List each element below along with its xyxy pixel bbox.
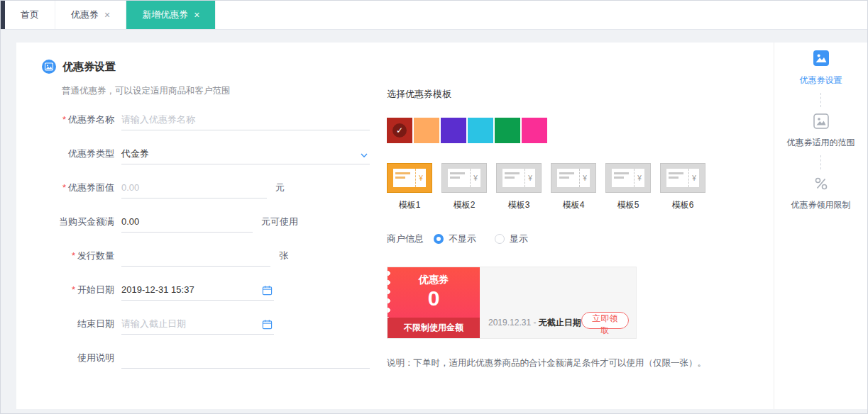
field-coupon-type: 优惠券类型 代金券 xyxy=(42,137,387,171)
coupon-type-select[interactable]: 代金券 xyxy=(121,143,370,164)
chevron-down-icon xyxy=(360,151,368,160)
merchant-show-radio[interactable]: 显示 xyxy=(495,233,528,245)
quantity-input[interactable] xyxy=(121,250,270,261)
min-amount-input[interactable] xyxy=(121,216,253,227)
coupon-preview-info: 2019.12.31 - 无截止日期 立即领取 xyxy=(480,267,636,338)
template-5[interactable]: ¥ 模板5 xyxy=(605,163,651,211)
end-date-input[interactable] xyxy=(121,318,274,329)
image-icon xyxy=(813,50,830,69)
preview-date: 2019.12.31 - 无截止日期 xyxy=(488,317,581,329)
usage-note: 说明：下单时，适用此优惠券商品的合计金额满足条件才可以使用（仅限一张）。 xyxy=(387,357,759,369)
close-icon[interactable]: × xyxy=(104,10,110,20)
template-3[interactable]: ¥ 模板3 xyxy=(496,163,542,211)
end-date-label: 结束日期 xyxy=(42,318,121,330)
color-swatch-green[interactable] xyxy=(495,118,520,143)
face-value-suffix: 元 xyxy=(275,181,285,194)
coupon-image-icon xyxy=(42,60,56,74)
merchant-info-row: 商户信息 不显示 显示 xyxy=(387,233,759,245)
coupon-type-value: 代金券 xyxy=(121,147,370,160)
ticket-icon: ¥ xyxy=(441,163,487,193)
coupon-preview-card: 优惠券 0 不限制使用金额 xyxy=(388,267,480,338)
field-face-value: *优惠券面值 元 xyxy=(42,171,387,205)
calendar-icon[interactable] xyxy=(262,285,273,296)
radio-dot-icon xyxy=(434,234,444,244)
color-swatch-cyan[interactable] xyxy=(468,118,493,143)
step-connector xyxy=(820,155,821,169)
field-instructions: 使用说明 xyxy=(42,341,387,375)
radio-dot-icon xyxy=(495,234,505,244)
step-coupon-scope[interactable]: 优惠券适用的范围 xyxy=(787,113,855,149)
required-marker: * xyxy=(72,284,75,295)
screen: 首页 优惠券 × 新增优惠券 × 优惠券设置 xyxy=(0,0,868,414)
coupon-name-input[interactable] xyxy=(121,114,370,125)
tab-coupons-label: 优惠券 xyxy=(71,9,99,21)
quantity-label: *发行数量 xyxy=(42,250,121,262)
template-section-title: 选择优惠券模板 xyxy=(387,88,759,101)
panel-subtitle: 普通优惠券，可以设定适用商品和客户范围 xyxy=(62,85,387,97)
instructions-label: 使用说明 xyxy=(42,352,121,364)
panel-title: 优惠券设置 xyxy=(62,60,116,74)
steps-rail: 优惠券设置 优惠券适用的范围 优惠券领用限制 xyxy=(774,43,867,409)
color-swatches: ✓ xyxy=(387,118,759,143)
tab-coupons[interactable]: 优惠券 × xyxy=(55,1,126,29)
template-1[interactable]: ¥ 模板1 xyxy=(387,163,432,211)
template-6[interactable]: ¥ 模板6 xyxy=(660,163,705,211)
field-coupon-name: *优惠券名称 xyxy=(42,103,387,137)
workspace: 优惠券设置 普通优惠券，可以设定适用商品和客户范围 *优惠券名称 xyxy=(1,30,867,413)
ticket-icon: ¥ xyxy=(496,163,542,193)
instructions-input[interactable] xyxy=(121,352,370,363)
merchant-hide-radio[interactable]: 不显示 xyxy=(434,233,476,245)
template-2[interactable]: ¥ 模板2 xyxy=(441,163,487,211)
claim-now-button[interactable]: 立即领取 xyxy=(581,312,629,329)
coupon-type-label: 优惠券类型 xyxy=(42,147,121,160)
required-marker: * xyxy=(62,182,66,193)
field-start-date: *开始日期 xyxy=(42,273,387,307)
color-swatch-dark-red[interactable]: ✓ xyxy=(387,118,412,143)
preview-title: 优惠券 xyxy=(419,274,449,286)
face-value-input[interactable] xyxy=(121,182,267,193)
image-outline-icon xyxy=(813,113,829,132)
percent-ticket-icon xyxy=(813,176,829,194)
template-column: 选择优惠券模板 ✓ xyxy=(387,78,774,375)
start-date-label: *开始日期 xyxy=(42,284,121,296)
tabbar: 首页 优惠券 × 新增优惠券 × xyxy=(1,1,867,30)
step-connector xyxy=(820,93,821,107)
tab-new-coupon[interactable]: 新增优惠券 × xyxy=(126,1,216,29)
form-column: 普通优惠券，可以设定适用商品和客户范围 *优惠券名称 优惠券类型 xyxy=(42,78,387,375)
ticket-icon: ¥ xyxy=(387,163,432,193)
color-swatch-orange[interactable] xyxy=(414,118,439,143)
template-4[interactable]: ¥ 模板4 xyxy=(551,163,596,211)
preview-amount: 0 xyxy=(428,286,440,311)
panel-columns: 普通优惠券，可以设定适用商品和客户范围 *优惠券名称 优惠券类型 xyxy=(42,78,774,375)
coupon-settings-panel: 优惠券设置 普通优惠券，可以设定适用商品和客户范围 *优惠券名称 xyxy=(16,43,867,409)
merchant-info-label: 商户信息 xyxy=(387,233,424,245)
step-coupon-limit[interactable]: 优惠券领用限制 xyxy=(791,176,851,211)
required-marker: * xyxy=(72,250,75,261)
tab-home[interactable]: 首页 xyxy=(5,1,55,29)
ticket-icon: ¥ xyxy=(605,163,651,193)
step-coupon-settings[interactable]: 优惠券设置 xyxy=(800,50,842,86)
check-icon: ✓ xyxy=(392,123,407,138)
required-marker: * xyxy=(62,114,66,125)
panel-main: 优惠券设置 普通优惠券，可以设定适用商品和客户范围 *优惠券名称 xyxy=(16,43,774,409)
tab-new-coupon-label: 新增优惠券 xyxy=(142,9,188,21)
min-amount-label: 当购买金额满 xyxy=(42,216,121,228)
coupon-name-label: *优惠券名称 xyxy=(42,113,121,126)
coupon-preview: 优惠券 0 不限制使用金额 2019.12.31 - 无截止日期 立即领取 xyxy=(387,267,637,339)
min-amount-suffix: 元可使用 xyxy=(261,216,298,228)
calendar-icon[interactable] xyxy=(262,319,273,330)
color-swatch-magenta[interactable] xyxy=(522,118,547,143)
coupon-form: *优惠券名称 优惠券类型 代金券 xyxy=(42,103,387,375)
quantity-suffix: 张 xyxy=(279,250,288,262)
preview-limit-text: 不限制使用金额 xyxy=(388,318,480,338)
field-quantity: *发行数量 张 xyxy=(42,239,387,273)
start-date-input[interactable] xyxy=(121,284,274,295)
panel-header: 优惠券设置 xyxy=(42,60,774,74)
template-list: ¥ 模板1 ¥ 模板2 ¥ 模板3 xyxy=(387,163,759,211)
color-swatch-purple[interactable] xyxy=(441,118,466,143)
field-end-date: 结束日期 xyxy=(42,307,387,341)
ticket-icon: ¥ xyxy=(660,163,705,193)
close-icon[interactable]: × xyxy=(194,10,199,20)
face-value-label: *优惠券面值 xyxy=(42,181,121,194)
field-min-amount: 当购买金额满 元可使用 xyxy=(42,205,387,239)
